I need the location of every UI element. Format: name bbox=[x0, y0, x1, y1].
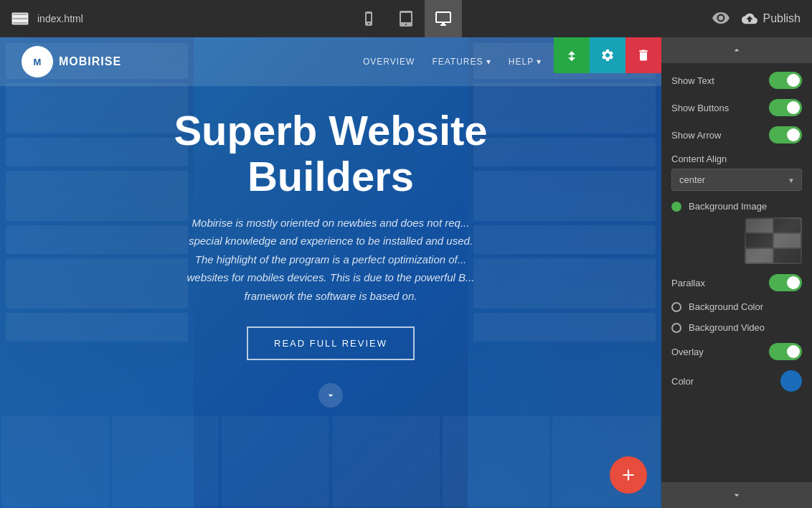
bottom-tile-3 bbox=[222, 416, 329, 507]
hero-cta-btn[interactable]: READ FULL REVIEW bbox=[247, 326, 415, 360]
canvas-actions bbox=[554, 37, 661, 73]
background-image-label: Background Image bbox=[689, 201, 767, 212]
show-buttons-label: Show Buttons bbox=[671, 103, 729, 113]
delete-block-btn[interactable] bbox=[625, 37, 661, 73]
hero-content: Superb Website Builders Mobirise is most… bbox=[0, 86, 661, 360]
parallax-label: Parallax bbox=[671, 278, 705, 288]
hero-title: Superb Website Builders bbox=[43, 108, 618, 199]
nav-link-help[interactable]: HELP ▾ bbox=[509, 57, 542, 67]
panel-scroll-down-btn[interactable] bbox=[661, 482, 812, 508]
show-arrow-row: Show Arrow bbox=[671, 126, 802, 144]
hamburger-icon[interactable] bbox=[11, 12, 29, 25]
thumb-cell-5 bbox=[746, 249, 773, 263]
content-align-label: Content Align bbox=[671, 154, 802, 164]
add-block-btn[interactable] bbox=[610, 456, 647, 494]
background-video-row: Background Video bbox=[671, 322, 802, 333]
content-align-select[interactable]: left center right bbox=[671, 169, 802, 191]
hero-title-line1: Superb Website bbox=[174, 107, 487, 154]
tablet-device-btn[interactable] bbox=[387, 0, 425, 37]
bottom-tile-4 bbox=[332, 416, 440, 507]
parallax-toggle[interactable] bbox=[769, 274, 802, 291]
canvas: M MOBIRISE OVERVIEW FEATURES ▾ HELP ▾ DO… bbox=[0, 37, 661, 508]
topbar-right: Publish bbox=[712, 9, 801, 29]
thumb-cell-1 bbox=[746, 219, 773, 232]
filename-label: index.html bbox=[37, 13, 83, 24]
overlay-label: Overlay bbox=[671, 347, 704, 357]
background-color-label: Background Color bbox=[689, 301, 763, 312]
move-block-btn[interactable] bbox=[554, 37, 590, 73]
show-buttons-row: Show Buttons bbox=[671, 99, 802, 116]
publish-btn[interactable]: Publish bbox=[742, 11, 801, 27]
bottom-tile-6 bbox=[552, 416, 660, 507]
show-text-row: Show Text bbox=[671, 72, 802, 89]
color-label: Color bbox=[671, 376, 694, 387]
preview-btn[interactable] bbox=[712, 9, 730, 29]
bottom-tile-2 bbox=[112, 416, 219, 507]
background-image-row: Background Image bbox=[671, 201, 802, 212]
right-panel: Show Text Show Buttons Show Arrow Conten… bbox=[661, 37, 812, 508]
background-color-radio[interactable] bbox=[671, 302, 681, 312]
canvas-bottom-strip bbox=[0, 415, 661, 508]
topbar: index.html Publish bbox=[0, 0, 812, 37]
background-color-row: Background Color bbox=[671, 301, 802, 312]
logo-text: MOBIRISE bbox=[59, 55, 121, 68]
scroll-arrow[interactable] bbox=[318, 383, 343, 408]
background-video-radio[interactable] bbox=[671, 323, 681, 333]
bg-thumbnail-inner bbox=[745, 217, 802, 264]
background-video-label: Background Video bbox=[689, 322, 765, 333]
overlay-toggle[interactable] bbox=[769, 343, 802, 360]
show-text-label: Show Text bbox=[671, 75, 714, 86]
background-image-thumbnail[interactable] bbox=[745, 217, 802, 264]
main-area: M MOBIRISE OVERVIEW FEATURES ▾ HELP ▾ DO… bbox=[0, 37, 812, 508]
nav-link-features[interactable]: FEATURES ▾ bbox=[432, 57, 491, 67]
show-arrow-label: Show Arrow bbox=[671, 130, 721, 141]
thumb-cell-3 bbox=[746, 234, 773, 248]
logo-icon: M bbox=[22, 46, 53, 77]
logo-abbr: M bbox=[34, 57, 42, 67]
desktop-device-btn[interactable] bbox=[425, 0, 462, 37]
thumb-cell-6 bbox=[774, 249, 801, 263]
nav-link-overview[interactable]: OVERVIEW bbox=[363, 57, 415, 67]
thumb-cell-2 bbox=[774, 219, 801, 232]
content-align-section: Content Align left center right ▼ bbox=[671, 154, 802, 191]
color-row: Color bbox=[671, 370, 802, 392]
parallax-row: Parallax bbox=[671, 274, 802, 291]
device-switcher bbox=[350, 0, 462, 37]
mobile-device-btn[interactable] bbox=[350, 0, 387, 37]
color-swatch[interactable] bbox=[780, 370, 802, 392]
thumb-cell-4 bbox=[774, 234, 801, 248]
overlay-row: Overlay bbox=[671, 343, 802, 360]
publish-label: Publish bbox=[763, 12, 801, 25]
show-buttons-toggle[interactable] bbox=[769, 99, 802, 116]
show-text-toggle[interactable] bbox=[769, 72, 802, 89]
background-image-radio[interactable] bbox=[671, 202, 681, 212]
bottom-tile-5 bbox=[443, 416, 550, 507]
panel-scroll-up-btn[interactable] bbox=[661, 37, 812, 63]
background-image-section: Background Image bbox=[671, 201, 802, 264]
bottom-tile-1 bbox=[1, 416, 109, 507]
hero-subtitle: Mobirise is mostly oriented on newbies a… bbox=[108, 214, 553, 306]
panel-content: Show Text Show Buttons Show Arrow Conten… bbox=[661, 63, 812, 482]
content-align-wrapper: left center right ▼ bbox=[671, 169, 802, 191]
settings-block-btn[interactable] bbox=[590, 37, 625, 73]
hero-title-line2: Builders bbox=[247, 153, 414, 199]
show-arrow-toggle[interactable] bbox=[769, 126, 802, 144]
canvas-logo: M MOBIRISE bbox=[22, 46, 121, 77]
